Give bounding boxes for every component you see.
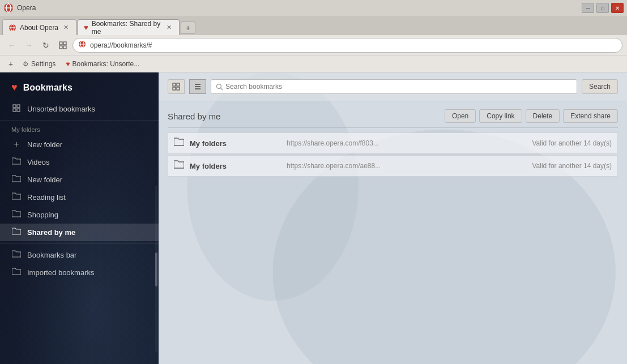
folder-row-2-url: https://share.opera.com/ae88... (287, 162, 469, 170)
sidebar-divider-1 (0, 120, 159, 121)
add-bookmark-button[interactable]: + (5, 58, 17, 70)
folder-row-2-icon (174, 160, 184, 172)
settings-bookmark-label: Settings (31, 60, 56, 68)
tab-bookmarks-label: Bookmarks: Shared by me (92, 20, 161, 36)
svg-rect-16 (17, 109, 20, 112)
reload-button[interactable]: ↻ (39, 38, 53, 53)
address-input[interactable] (72, 38, 622, 53)
sidebar-item-new-folder2-label: New folder (27, 175, 62, 184)
tab-about-label: About Opera (20, 24, 58, 32)
folder-icon-imported (11, 268, 22, 277)
folder-row-1[interactable]: My folders https://share.opera.com/f803.… (168, 132, 618, 154)
svg-rect-15 (13, 109, 16, 112)
heart-bookmark-icon: ♥ (66, 60, 70, 68)
main-area: ♥ Bookmarks Unsorted bookmarks My folder… (0, 72, 627, 364)
search-button[interactable]: Search (582, 79, 618, 94)
open-button[interactable]: Open (445, 109, 476, 123)
folder-list: My folders https://share.opera.com/f803.… (159, 130, 627, 180)
folder-icon-shared (11, 228, 22, 237)
folder-row-2[interactable]: My folders https://share.opera.com/ae88.… (168, 155, 618, 177)
grid-icon (59, 41, 67, 49)
bookmarks-bar: + ⚙ Settings ♥ Bookmarks: Unsorte... (0, 55, 627, 72)
restore-button[interactable]: □ (596, 3, 609, 13)
search-input[interactable] (225, 83, 572, 91)
back-button[interactable]: ← (5, 38, 19, 53)
folder-row-1-name: My folders (190, 139, 281, 148)
grid-sidebar-icon (11, 104, 22, 114)
sidebar-item-new-folder[interactable]: + New folder (0, 135, 159, 153)
search-icon (216, 83, 223, 91)
svg-rect-13 (13, 105, 16, 108)
folder-row-1-icon (174, 138, 184, 149)
folder-icon-videos (11, 157, 22, 167)
minimize-button[interactable]: ─ (582, 3, 594, 13)
folder-row-2-name: My folders (190, 162, 281, 170)
sidebar-heart-icon: ♥ (11, 82, 18, 93)
sidebar-content: ♥ Bookmarks Unsorted bookmarks My folder… (0, 72, 159, 364)
title-bar: Opera ─ □ ✕ (0, 0, 627, 16)
sidebar-item-shared[interactable]: Shared by me (0, 224, 159, 241)
my-folders-label: My folders (0, 123, 159, 135)
scroll-thumb[interactable] (155, 252, 157, 286)
folder-row-2-validity: Valid for another 14 day(s) (475, 162, 612, 170)
grid-view-nav-button[interactable] (56, 38, 70, 53)
tab-bookmarks-close[interactable]: ✕ (165, 23, 173, 32)
nav-bar: ← → ↻ (0, 35, 627, 55)
section-header: Shared by me Open Copy link Delete Exten… (159, 101, 627, 127)
sidebar-item-bookmarks-bar[interactable]: Bookmarks bar (0, 246, 159, 264)
tab-about-close[interactable]: ✕ (62, 23, 70, 32)
svg-rect-19 (173, 87, 176, 90)
sidebar-item-shopping-label: Shopping (27, 211, 58, 219)
close-button[interactable]: ✕ (611, 3, 624, 13)
sidebar-item-shared-label: Shared by me (27, 228, 75, 237)
panel-toolbar: Search (159, 72, 627, 101)
scroll-track (155, 186, 157, 353)
svg-rect-6 (59, 42, 62, 45)
list-view-button[interactable] (189, 79, 206, 94)
folder-icon-reading (11, 192, 22, 202)
copy-link-button[interactable]: Copy link (479, 109, 522, 123)
sidebar-item-reading-list[interactable]: Reading list (0, 189, 159, 206)
settings-bookmark[interactable]: ⚙ Settings (18, 58, 60, 70)
sidebar-item-unsorted-label: Unsorted bookmarks (27, 105, 95, 113)
sidebar-item-videos-label: Videos (27, 158, 50, 166)
tab-bar: About Opera ✕ ♥ Bookmarks: Shared by me … (0, 16, 627, 35)
svg-line-25 (221, 88, 223, 90)
extend-share-button[interactable]: Extend share (563, 109, 618, 123)
sidebar-item-imported[interactable]: Imported bookmarks (0, 264, 159, 281)
svg-rect-20 (177, 87, 180, 90)
grid-view-button[interactable] (168, 79, 185, 94)
sidebar: ♥ Bookmarks Unsorted bookmarks My folder… (0, 72, 159, 364)
folder-icon-shopping (11, 210, 22, 220)
sidebar-item-bookmarks-bar-label: Bookmarks bar (27, 251, 76, 259)
svg-rect-14 (17, 105, 20, 108)
sidebar-item-videos[interactable]: Videos (0, 153, 159, 171)
svg-rect-17 (173, 83, 176, 86)
delete-button[interactable]: Delete (526, 109, 560, 123)
sidebar-title: Bookmarks (23, 83, 72, 93)
svg-rect-18 (177, 83, 180, 86)
sidebar-item-new-folder2[interactable]: New folder (0, 171, 159, 189)
new-tab-button[interactable]: + (181, 22, 195, 34)
sidebar-item-new-folder-label: New folder (27, 140, 62, 149)
svg-point-24 (217, 84, 221, 88)
grid-view-icon (172, 83, 180, 91)
tab-about[interactable]: About Opera ✕ (2, 19, 76, 35)
sidebar-item-shopping[interactable]: Shopping (0, 206, 159, 224)
add-folder-icon: + (11, 139, 22, 149)
sidebar-item-imported-label: Imported bookmarks (27, 268, 95, 277)
section-actions: Open Copy link Delete Extend share (445, 109, 618, 123)
forward-button[interactable]: → (22, 38, 36, 53)
folder-row-1-url: https://share.opera.com/f803... (287, 139, 469, 147)
svg-rect-8 (59, 46, 62, 49)
search-wrap (211, 79, 577, 94)
sidebar-item-unsorted[interactable]: Unsorted bookmarks (0, 100, 159, 118)
tab-bookmarks[interactable]: ♥ Bookmarks: Shared by me ✕ (78, 19, 180, 35)
folder-icon-bm-bar (11, 250, 22, 260)
main-panel: Search Shared by me Open Copy link Delet… (159, 72, 627, 364)
unsorted-bookmark-label: Bookmarks: Unsorte... (72, 60, 139, 68)
app-logo (3, 3, 14, 13)
unsorted-bookmark[interactable]: ♥ Bookmarks: Unsorte... (61, 58, 144, 70)
svg-rect-7 (63, 42, 66, 45)
section-title: Shared by me (168, 112, 220, 121)
